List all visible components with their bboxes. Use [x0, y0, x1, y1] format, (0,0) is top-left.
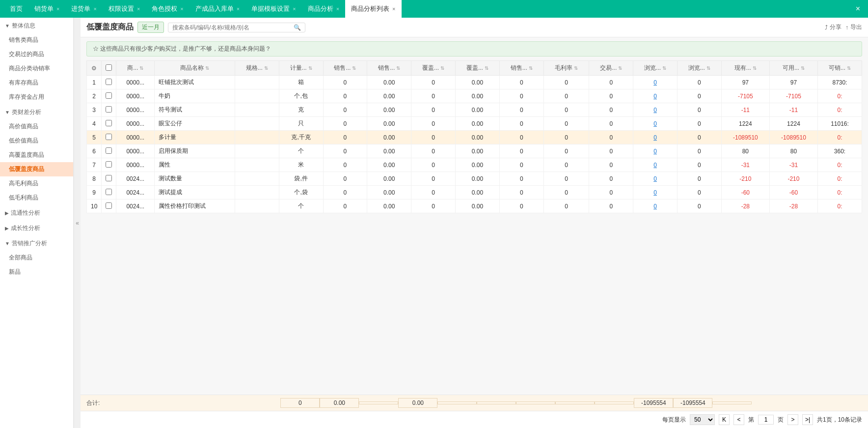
table-cell[interactable] [102, 117, 116, 131]
col-sales2[interactable]: 销售...⇅ [367, 61, 411, 76]
col-code[interactable]: 商...⇅ [116, 61, 155, 76]
section-arrow-overall: ▼ [5, 23, 10, 29]
sidebar-item-low-coverage[interactable]: 低覆盖度商品 [0, 162, 73, 176]
col-browse2[interactable]: 浏览...⇅ [678, 61, 722, 76]
col-unit[interactable]: 计量...⇅ [279, 61, 323, 76]
table-cell: 箱 [279, 76, 323, 89]
nav-roles[interactable]: 角色授权 × [146, 0, 189, 18]
col-gear[interactable]: ⚙ [87, 61, 102, 76]
table-cell [235, 103, 279, 117]
per-page-select[interactable]: 50 20 100 200 [690, 414, 715, 425]
nav-sales-close[interactable]: × [56, 6, 59, 12]
nav-roles-close[interactable]: × [180, 6, 183, 12]
sidebar-item-high-value[interactable]: 高价值商品 [0, 119, 73, 134]
share-btn[interactable]: ⤴ 分享 [825, 23, 841, 31]
sidebar-section-overall[interactable]: ▼ 整体信息 [0, 18, 73, 33]
table-cell[interactable] [102, 158, 116, 172]
col-sales1[interactable]: 销售...⇅ [323, 61, 367, 76]
col-available[interactable]: 可用...⇅ [769, 61, 817, 76]
table-cell: 0 [499, 131, 543, 144]
table-cell: 0 [633, 103, 678, 117]
table-cell[interactable] [102, 76, 116, 89]
table-cell: 0: [818, 89, 862, 103]
nav-product-analysis-list[interactable]: 商品分析列表 × [345, 0, 401, 18]
nav-purchase[interactable]: 进货单 × [65, 0, 102, 18]
sidebar-section-marketing[interactable]: ▼ 营销推广分析 [0, 235, 73, 251]
sidebar-item-inventory-capital[interactable]: 库存资金占用 [0, 90, 73, 104]
gear-icon[interactable]: ⚙ [91, 65, 97, 72]
col-sales3[interactable]: 销售...⇅ [499, 61, 543, 76]
table-cell: 0: [818, 172, 862, 186]
nav-permissions-close[interactable]: × [137, 6, 140, 12]
col-current[interactable]: 现有...⇅ [721, 61, 769, 76]
sidebar-item-high-margin[interactable]: 高毛利商品 [0, 176, 73, 191]
nav-products-entry[interactable]: 产成品入库单 × [190, 0, 245, 18]
table-cell[interactable] [102, 200, 116, 213]
search-icon[interactable]: 🔍 [294, 24, 301, 31]
nav-templates[interactable]: 单据模板设置 × [245, 0, 301, 18]
table-cell: 0 [633, 144, 678, 158]
sidebar-item-low-value[interactable]: 低价值商品 [0, 134, 73, 148]
table-cell: 0 [678, 158, 722, 172]
table-cell[interactable] [102, 89, 116, 103]
sidebar-toggle[interactable]: « [74, 18, 81, 428]
table-cell[interactable] [102, 172, 116, 186]
nav-product-analysis[interactable]: 商品分析 × [302, 0, 345, 18]
table-cell[interactable] [102, 103, 116, 117]
last-page-btn[interactable]: >| [802, 414, 813, 425]
table-cell [235, 89, 279, 103]
total-sales3 [437, 401, 477, 404]
table-cell: 0 [633, 200, 678, 213]
table-cell: -11 [721, 103, 769, 117]
select-all-checkbox[interactable] [106, 64, 112, 71]
col-spec[interactable]: 规格...⇅ [235, 61, 279, 76]
total-sales2: 0.00 [320, 398, 359, 408]
table-cell [235, 144, 279, 158]
nav-product-analysis-list-close[interactable]: × [392, 6, 395, 12]
table-cell: 0 [543, 131, 589, 144]
col-gross-margin[interactable]: 毛利率⇅ [543, 61, 589, 76]
first-page-btn[interactable]: K [719, 414, 730, 425]
sidebar-item-new-products[interactable]: 新品 [0, 265, 73, 279]
table-cell: 0 [499, 186, 543, 200]
table-cell[interactable] [102, 186, 116, 200]
sidebar-item-traded-products[interactable]: 交易过的商品 [0, 47, 73, 61]
col-trade[interactable]: 交易...⇅ [589, 61, 633, 76]
sidebar-item-stocked-products[interactable]: 有库存商品 [0, 76, 73, 90]
col-cover2[interactable]: 覆盖...⇅ [455, 61, 499, 76]
search-input[interactable] [172, 24, 294, 31]
export-btn[interactable]: ↑ 导出 [845, 23, 862, 31]
col-checkbox[interactable] [102, 61, 116, 76]
sidebar-item-category-rate[interactable]: 商品分类动销率 [0, 61, 73, 76]
sidebar-item-all-products[interactable]: 全部商品 [0, 251, 73, 265]
table-cell: 测试数量 [155, 172, 235, 186]
nav-product-analysis-close[interactable]: × [336, 6, 339, 12]
sidebar-section-value-diff[interactable]: ▼ 类财差分析 [0, 104, 73, 119]
table-cell: 8730: [818, 76, 862, 89]
col-browse1[interactable]: 浏览...⇅ [633, 61, 678, 76]
table-cell: 0 [678, 76, 722, 89]
filter-recent-month-btn[interactable]: 近一月 [137, 22, 164, 33]
col-name[interactable]: 商品名称⇅ [155, 61, 235, 76]
nav-products-entry-close[interactable]: × [237, 6, 240, 12]
table-cell: 2 [87, 89, 102, 103]
nav-permissions[interactable]: 权限设置 × [103, 0, 146, 18]
nav-home[interactable]: 首页 [4, 0, 28, 18]
close-all-btn[interactable]: × [852, 4, 864, 13]
table-cell[interactable] [102, 144, 116, 158]
nav-templates-close[interactable]: × [293, 6, 296, 12]
page-input[interactable] [758, 415, 774, 425]
table-cell: 克 [279, 103, 323, 117]
sidebar-item-low-margin[interactable]: 低毛利商品 [0, 191, 73, 205]
col-cover1[interactable]: 覆盖...⇅ [411, 61, 456, 76]
col-saleable[interactable]: 可销...⇅ [818, 61, 862, 76]
sidebar-item-sales-products[interactable]: 销售类商品 [0, 33, 73, 47]
sidebar-section-liquidity[interactable]: ▶ 流通性分析 [0, 205, 73, 220]
next-page-btn[interactable]: > [787, 414, 798, 425]
nav-purchase-close[interactable]: × [93, 6, 96, 12]
sidebar-section-growth[interactable]: ▶ 成长性分析 [0, 220, 73, 235]
table-cell[interactable] [102, 131, 116, 144]
sidebar-item-high-coverage[interactable]: 高覆盖度商品 [0, 148, 73, 162]
nav-sales[interactable]: 销货单 × [28, 0, 65, 18]
prev-page-btn[interactable]: < [733, 414, 744, 425]
